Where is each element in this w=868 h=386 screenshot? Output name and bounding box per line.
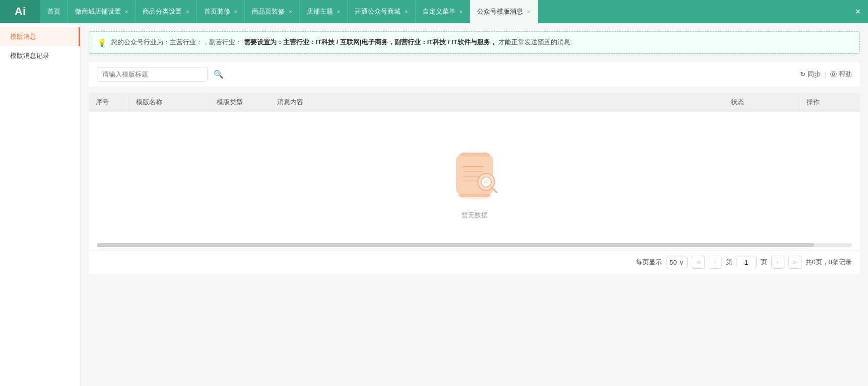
empty-state: 暂无数据 [89,112,860,240]
sync-button[interactable]: ↻ 同步 [800,70,821,79]
tab-close-store-theme[interactable]: × [337,9,340,15]
page-number-input[interactable] [737,257,757,268]
search-button[interactable]: 🔍 [212,67,226,81]
last-page-button[interactable]: ⊳ [788,256,802,269]
close-all-button[interactable]: × [848,0,868,23]
pagination: 每页显示 50 ∨ ⊲ ‹ 第 页 › ⊳ 共0页，0条记录 [89,250,860,274]
th-消息内容: 消息内容 [270,93,724,112]
nav-tab-custom-menu[interactable]: 自定义菜单× [416,0,470,23]
nav-tab-template-msg[interactable]: 公众号模版消息× [470,0,538,23]
scrollbar-thumb [97,243,814,247]
horizontal-scrollbar[interactable] [97,243,852,247]
prev-page-button[interactable]: ‹ [709,256,722,269]
nav-tab-category-setting[interactable]: 商品分类设置× [136,0,196,23]
sync-icon: ↻ [800,70,806,78]
divider: | [825,70,826,78]
search-left: 🔍 [97,67,226,82]
th-模版名称: 模版名称 [129,93,210,112]
nav-tab-store-theme[interactable]: 店铺主题× [300,0,348,23]
th-操作: 操作 [799,93,860,112]
th-序号: 序号 [89,93,129,112]
tab-close-product-decor[interactable]: × [289,9,292,15]
search-right: ↻ 同步 | ⓪ 帮助 [800,70,852,79]
notice-text: 您的公众号行业为：主营行业：，副营行业： 需要设置为：主营行业：IT科技 / 互… [111,38,577,47]
scrollbar-area [89,240,860,250]
nav-tab-home[interactable]: 首页 [40,0,68,23]
th-状态: 状态 [724,93,799,112]
th-模版类型: 模版类型 [210,93,270,112]
nav-tab-shop-setting[interactable]: 微商城店铺设置× [68,0,136,23]
tab-close-home-decor[interactable]: × [234,9,237,15]
table-header: 序号模版名称模版类型消息内容状态操作 [89,93,860,112]
chevron-down-icon: ∨ [679,259,684,266]
bulb-icon: 💡 [97,38,107,47]
search-area: 🔍 ↻ 同步 | ⓪ 帮助 [89,62,860,87]
notice-banner: 💡 您的公众号行业为：主营行业：，副营行业： 需要设置为：主营行业：IT科技 /… [89,31,860,54]
first-page-button[interactable]: ⊲ [692,256,705,269]
tab-close-shop-setting[interactable]: × [125,9,128,15]
sidebar-item-template-message[interactable]: 模版消息 [0,27,80,46]
search-input[interactable] [97,67,208,82]
tab-close-open-mall[interactable]: × [405,9,408,15]
page-size-select[interactable]: 50 ∨ [666,257,687,268]
page-suffix: 页 [761,258,767,267]
nav-tabs: 首页微商城店铺设置×商品分类设置×首页装修×商品页装修×店铺主题×开通公众号商城… [40,0,848,23]
next-page-button[interactable]: › [771,256,784,269]
tab-close-custom-menu[interactable]: × [459,9,462,15]
empty-text: 暂无数据 [461,211,488,220]
table-container: 序号模版名称模版类型消息内容状态操作 [89,93,860,274]
page-size-label: 每页显示 [636,258,662,267]
content-area: 💡 您的公众号行业为：主营行业：，副营行业： 需要设置为：主营行业：IT科技 /… [81,23,868,386]
nav-tab-open-mall[interactable]: 开通公众号商城× [348,0,415,23]
help-icon: ⓪ [830,70,837,79]
sidebar-item-template-message-log[interactable]: 模版消息记录 [0,46,80,65]
nav-tab-product-decor[interactable]: 商品页装修× [245,0,299,23]
svg-point-6 [481,177,491,187]
total-label: 共0页，0条记录 [806,258,852,267]
tab-close-category-setting[interactable]: × [186,9,189,15]
empty-illustration [444,142,505,203]
help-button[interactable]: ⓪ 帮助 [830,70,852,79]
sidebar: 模版消息模版消息记录 [0,23,81,386]
logo: Ai [0,0,40,23]
tab-close-template-msg[interactable]: × [527,9,530,15]
top-nav: Ai 首页微商城店铺设置×商品分类设置×首页装修×商品页装修×店铺主题×开通公众… [0,0,868,23]
page-label: 第 [726,258,732,267]
nav-tab-home-decor[interactable]: 首页装修× [197,0,245,23]
main-layout: 模版消息模版消息记录 💡 您的公众号行业为：主营行业：，副营行业： 需要设置为：… [0,23,868,386]
